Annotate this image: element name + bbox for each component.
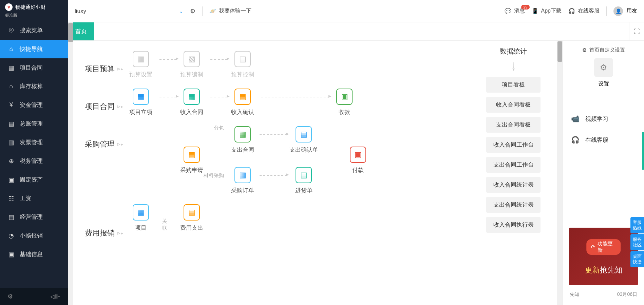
nav-project-contract[interactable]: ▦项目合同 xyxy=(0,58,68,77)
app-name: 畅捷通好业财 xyxy=(15,4,46,11)
support-button[interactable]: 🎧 在线客服 xyxy=(568,7,600,15)
video-icon: 📹 xyxy=(570,114,580,123)
node-payment[interactable]: ▣付款 xyxy=(343,147,373,174)
nav-funds[interactable]: ¥资金管理 xyxy=(0,96,68,114)
chart-icon: ▧ xyxy=(184,51,200,67)
nav-tax[interactable]: ⊕税务管理 xyxy=(0,152,68,170)
order-icon: ▦ xyxy=(234,167,251,183)
nav-search[interactable]: ⦾搜索菜单 xyxy=(0,21,68,40)
home-icon: ⌂ xyxy=(7,45,15,53)
expand-icon[interactable]: ⊳▸ xyxy=(117,104,123,109)
stats-income-report[interactable]: 收入合同统计表 xyxy=(486,177,541,193)
node-purchase-request[interactable]: ▤采购申请 xyxy=(176,147,207,174)
float-community[interactable]: 服务社区 xyxy=(630,234,644,250)
rp-online-support[interactable]: 🎧在线客服 xyxy=(569,132,638,148)
flow-budget: 项目预算⊳▸ ▦预算设置 ▧预算编制 ▤预算控制 xyxy=(85,51,546,78)
node-budget-control[interactable]: ▤预算控制 xyxy=(227,51,258,78)
biz-icon: ▤ xyxy=(7,213,15,221)
branch-subcontract: 分包 xyxy=(214,125,224,131)
user-name: 用友 xyxy=(626,7,637,15)
control-icon: ▤ xyxy=(234,51,251,67)
sidebar: ♥ 畅捷通好业财 标准版 ⦾搜索菜单 ⌂快捷导航 ▦项目合同 ⌂库存核算 ¥资金… xyxy=(0,0,68,305)
support-icon: 🎧 xyxy=(570,135,580,145)
divider xyxy=(202,6,203,16)
app-download-button[interactable]: 📱 App下载 xyxy=(532,7,562,15)
nav-ledger[interactable]: ▤总账管理 xyxy=(0,114,68,133)
float-desktop-shortcut[interactable]: 桌面快捷 xyxy=(630,251,644,267)
collapse-icon[interactable]: ◁⊪ xyxy=(50,293,60,300)
arrow-down-icon: ⁞⁞▾ xyxy=(512,62,515,71)
node-project-init[interactable]: ▦项目立项 xyxy=(126,89,156,116)
money-icon: ¥ xyxy=(7,101,15,109)
node-goods-in[interactable]: ▤进货单 xyxy=(288,167,319,194)
rp-header: ⚙首页自定义设置 xyxy=(569,47,638,53)
rp-settings: ⚙ 设置 xyxy=(569,58,638,88)
node-purchase-order[interactable]: ▦采购订单 xyxy=(227,167,258,194)
node-budget-compile[interactable]: ▧预算编制 xyxy=(176,51,207,78)
nav-business[interactable]: ▤经营管理 xyxy=(0,208,68,226)
invoice-icon: ▥ xyxy=(7,139,15,146)
headset-icon: 🎧 xyxy=(568,8,575,14)
fullscreen-button[interactable]: ⛶ xyxy=(629,22,644,41)
link-label: 关联 xyxy=(162,218,167,231)
edition-label: 标准版 xyxy=(0,13,68,21)
flow-contract: 项目合同⊳▸ ▦项目立项 ▦收入合同 ▤收入确认 ▣收款 xyxy=(85,89,546,116)
stats-income-exec[interactable]: 收入合同执行表 xyxy=(486,217,541,233)
confirm-out-icon: ▤ xyxy=(296,126,312,142)
expand-icon[interactable]: ⊳▸ xyxy=(117,141,123,147)
stats-income-board[interactable]: 收入合同看板 xyxy=(486,97,541,113)
node-expense-confirm[interactable]: ▤支出确认单 xyxy=(288,126,319,154)
stats-column: 数据统计 ⁞⁞▾ 项目看板 收入合同看板 支出合同看板 收入合同工作台 支出合同… xyxy=(485,47,542,233)
canvas-scrollbar[interactable] xyxy=(557,41,563,305)
node-income-confirm[interactable]: ▤收入确认 xyxy=(227,89,258,116)
settings-icon[interactable]: ⚙ xyxy=(7,293,13,300)
expand-icon[interactable]: ⊳▸ xyxy=(117,230,123,236)
user-menu[interactable]: 👤 用友 xyxy=(613,6,637,16)
stats-expense-workbench[interactable]: 支出合同工作台 xyxy=(486,157,541,173)
trial-link[interactable]: 🪐 我要体验一下 xyxy=(209,7,251,15)
stats-expense-board[interactable]: 支出合同看板 xyxy=(486,117,541,133)
topbar: liuxy ⌄ ⚙ 🪐 我要体验一下 💬 消息 29 📱 App下载 🎧 在线客 xyxy=(68,0,644,22)
nav-expense[interactable]: ◔小畅报销 xyxy=(0,226,68,245)
sidebar-nav: ⦾搜索菜单 ⌂快捷导航 ▦项目合同 ⌂库存核算 ¥资金管理 ▤总账管理 ▥发票管… xyxy=(0,21,68,288)
stats-project-board[interactable]: 项目看板 xyxy=(486,77,541,93)
stats-expense-report[interactable]: 支出合同统计表 xyxy=(486,197,541,213)
promo-banner[interactable]: ⟳功能更新 更新抢先知 xyxy=(569,228,638,285)
nav-invoice[interactable]: ▥发票管理 xyxy=(0,133,68,152)
nav-quicknav[interactable]: ⌂快捷导航 xyxy=(0,40,68,58)
node-receive[interactable]: ▣收款 xyxy=(329,89,360,116)
project-icon: ▦ xyxy=(133,204,149,221)
nav-assets[interactable]: ▣固定资产 xyxy=(0,170,68,189)
chat-icon: 💬 xyxy=(505,8,511,14)
branch-material: 材料采购 xyxy=(204,172,224,179)
node-expense-out[interactable]: ▤费用支出 xyxy=(176,204,207,232)
tenant-dropdown[interactable]: liuxy ⌄ xyxy=(75,8,183,15)
rp-video-learning[interactable]: 📹视频学习 xyxy=(569,111,638,127)
sidebar-scrollbar[interactable] xyxy=(68,22,73,305)
nav-base[interactable]: ▣基础信息 xyxy=(0,245,68,264)
nav-inventory[interactable]: ⌂库存核算 xyxy=(0,77,68,96)
asset-icon: ▣ xyxy=(7,176,15,184)
doc-gear-icon: ▦ xyxy=(133,51,149,67)
messages-button[interactable]: 💬 消息 29 xyxy=(505,7,525,15)
node-budget-settings[interactable]: ▦预算设置 xyxy=(126,51,156,78)
expand-icon[interactable]: ⊳▸ xyxy=(117,66,123,72)
node-expense-contract[interactable]: ▦支出合同 xyxy=(227,126,258,154)
flow-expense: 费用报销⊳▸ ▦项目 关联 ▤费用支出 xyxy=(85,204,546,238)
confirm-icon: ▤ xyxy=(234,89,251,105)
canvas-wrap: 项目预算⊳▸ ▦预算设置 ▧预算编制 ▤预算控制 项目合同⊳▸ xyxy=(68,41,563,305)
salary-icon: ☷ xyxy=(7,195,15,202)
stats-title: 数据统计 xyxy=(500,47,527,56)
float-buttons: 客服热线 服务社区 桌面快捷 xyxy=(630,217,644,267)
float-hotline[interactable]: 客服热线 xyxy=(630,217,644,233)
node-project[interactable]: ▦项目 xyxy=(126,204,156,232)
tenant-name: liuxy xyxy=(75,8,86,15)
tenant-settings-icon[interactable]: ⚙ xyxy=(190,7,195,15)
doc-icon: ▦ xyxy=(133,89,149,105)
nav-salary[interactable]: ☷工资 xyxy=(0,189,68,208)
rp-settings-button[interactable]: ⚙ xyxy=(594,58,613,77)
promo-footer: 先知 03月06日 xyxy=(569,290,638,299)
stats-income-workbench[interactable]: 收入合同工作台 xyxy=(486,137,541,153)
refresh-icon: ⟳ xyxy=(591,244,595,250)
node-income-contract[interactable]: ▦收入合同 xyxy=(176,89,207,116)
